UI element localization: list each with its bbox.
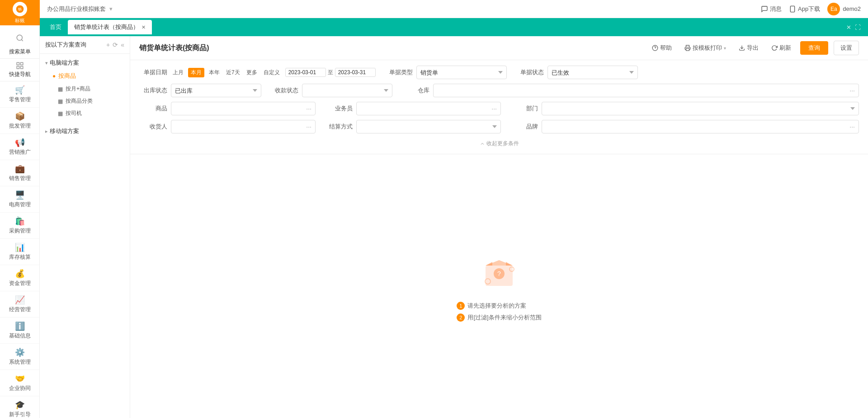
- bill-status-select[interactable]: 已生效: [547, 66, 638, 79]
- svg-rect-8: [790, 6, 794, 12]
- bill-type-label: 单据类型: [385, 68, 416, 76]
- date-shortcut-7days[interactable]: 近7天: [224, 68, 242, 77]
- message-label: 消息: [770, 5, 782, 13]
- receiver-picker[interactable]: ···: [171, 120, 316, 133]
- collapse-panel-icon[interactable]: «: [121, 41, 124, 48]
- tab-sales-stat-label: 销货单统计表（按商品）: [74, 23, 139, 31]
- svg-text:?: ?: [497, 270, 501, 277]
- dept-label: 部门: [510, 104, 542, 113]
- warehouse-picker[interactable]: ···: [433, 84, 859, 97]
- sidebar-item-sales[interactable]: 💼 销售管理: [0, 160, 39, 186]
- logo-text: 标账: [15, 17, 25, 24]
- print-icon: [684, 45, 691, 51]
- export-btn[interactable]: 导出: [735, 42, 762, 54]
- mobile-group-header[interactable]: ▸ 移动端方案: [40, 125, 130, 138]
- date-from-input[interactable]: [285, 68, 326, 77]
- refresh-scheme-icon[interactable]: ⟳: [113, 41, 118, 48]
- brand-label: 品牌: [510, 123, 542, 131]
- sidebar-item-wholesale[interactable]: 📦 批发管理: [0, 108, 39, 134]
- export-icon: [739, 45, 745, 51]
- query-button[interactable]: 查询: [800, 41, 828, 55]
- bill-type-select[interactable]: 销货单: [416, 66, 507, 79]
- sidebar-item-inventory[interactable]: 📊 库存核算: [0, 239, 39, 265]
- dept-select[interactable]: [542, 102, 859, 115]
- tip-num-1: 1: [457, 302, 465, 310]
- date-shortcut-this-month[interactable]: 本月: [188, 68, 204, 77]
- quick-nav-label: 快捷导航: [9, 71, 31, 78]
- date-to-input[interactable]: [335, 68, 376, 77]
- settings-button[interactable]: 设置: [834, 41, 859, 55]
- tab-window-close[interactable]: ✕: [846, 24, 851, 31]
- sidebar-item-finance[interactable]: 💰 资金管理: [0, 265, 39, 291]
- app-download-btn[interactable]: App下载: [789, 5, 820, 13]
- header-right: 消息 App下载 Ea demo2: [761, 3, 861, 15]
- goods-picker[interactable]: ···: [171, 102, 316, 115]
- goods-ellipsis: ···: [306, 105, 311, 112]
- logo-icon: 畅: [13, 2, 27, 16]
- download-icon: [789, 5, 796, 13]
- receiver-ellipsis: ···: [306, 123, 311, 130]
- sidebar-item-system[interactable]: ⚙️ 系统管理: [0, 344, 39, 370]
- payment-select[interactable]: [356, 120, 501, 133]
- app-dropdown-icon[interactable]: ▾: [109, 5, 113, 12]
- scheme-item-by-category[interactable]: ▦ 按商品分类: [40, 95, 130, 107]
- operations-icon: 📈: [15, 295, 25, 305]
- receipt-status-select[interactable]: [302, 84, 392, 97]
- sidebar-item-sales-label: 销售管理: [9, 175, 31, 182]
- print-btn[interactable]: 按模板打印 ▾: [681, 42, 730, 54]
- sidebar-item-corp[interactable]: 🤝 企业协同: [0, 370, 39, 396]
- desktop-group-header[interactable]: ▾ 电脑端方案: [40, 57, 130, 69]
- out-status-select[interactable]: 已出库: [171, 84, 261, 97]
- by-cabinet-icon: ▦: [58, 110, 63, 117]
- empty-svg: ?: [476, 247, 522, 293]
- help-icon: [652, 45, 658, 51]
- tab-close-icon[interactable]: ✕: [142, 24, 146, 30]
- scheme-item-by-month-goods[interactable]: ▦ 按月+商品: [40, 83, 130, 95]
- sidebar-item-base[interactable]: ℹ️ 基础信息: [0, 318, 39, 344]
- finance-icon: 💰: [15, 269, 25, 279]
- add-scheme-icon[interactable]: +: [106, 41, 110, 48]
- sidebar-item-guide[interactable]: 🎓 新手引导: [0, 396, 39, 418]
- scheme-item-by-cabinet[interactable]: ▦ 按司机: [40, 107, 130, 119]
- warehouse-ellipsis: ···: [849, 87, 855, 94]
- page-actions: 帮助 按模板打印 ▾ 导出 刷新 查询: [648, 41, 859, 55]
- staff-ellipsis: ···: [491, 105, 497, 112]
- sidebar-quick-nav[interactable]: 快捷导航: [0, 59, 39, 81]
- by-cabinet-label: 按司机: [66, 109, 82, 117]
- warehouse-label: 仓库: [401, 86, 433, 95]
- refresh-btn[interactable]: 刷新: [768, 42, 795, 54]
- by-category-icon: ▦: [58, 98, 63, 104]
- tab-home[interactable]: 首页: [43, 23, 68, 31]
- message-btn[interactable]: 消息: [761, 5, 782, 13]
- tab-sales-stat[interactable]: 销货单统计表（按商品） ✕: [68, 20, 152, 34]
- print-label: 按模板打印: [693, 44, 722, 52]
- sidebar-item-purchase[interactable]: 🛍️ 采购管理: [0, 213, 39, 239]
- sidebar-item-ecommerce[interactable]: 🖥️ 电商管理: [0, 186, 39, 213]
- staff-picker[interactable]: ···: [356, 102, 501, 115]
- sidebar-item-retail[interactable]: 🛒 零售管理: [0, 81, 39, 108]
- sidebar-item-operations[interactable]: 📈 经营管理: [0, 291, 39, 318]
- sidebar-item-ecommerce-label: 电商管理: [9, 201, 31, 209]
- sidebar-item-marketing[interactable]: 📢 营销推广: [0, 134, 39, 160]
- date-shortcut-last-month[interactable]: 上月: [171, 68, 185, 77]
- date-shortcut-more[interactable]: 更多: [245, 68, 259, 77]
- brand-picker[interactable]: ···: [542, 120, 859, 133]
- tip-num-2: 2: [457, 314, 465, 322]
- scheme-item-by-goods[interactable]: ● 按商品: [40, 69, 130, 83]
- date-shortcut-this-year[interactable]: 本年: [207, 68, 222, 77]
- collapse-more-btn[interactable]: 收起更多条件: [480, 140, 519, 147]
- corp-icon: 🤝: [15, 374, 25, 384]
- help-btn[interactable]: 帮助: [648, 42, 675, 54]
- svg-point-2: [17, 35, 22, 40]
- brand-ellipsis: ···: [849, 123, 855, 130]
- right-panel: 销货单统计表(按商品) 帮助 按模板打印 ▾ 导出: [130, 36, 868, 418]
- user-profile[interactable]: Ea demo2: [827, 3, 861, 15]
- svg-rect-4: [17, 62, 19, 65]
- search-icon[interactable]: [12, 30, 28, 46]
- date-shortcut-custom[interactable]: 自定义: [262, 68, 282, 77]
- sidebar-search-section[interactable]: 搜索菜单: [0, 25, 39, 59]
- svg-line-3: [21, 39, 23, 41]
- page-title-bar: 销货单统计表(按商品) 帮助 按模板打印 ▾ 导出: [130, 36, 868, 60]
- tab-window-expand[interactable]: ⛶: [855, 24, 861, 31]
- sales-icon: 💼: [15, 164, 25, 174]
